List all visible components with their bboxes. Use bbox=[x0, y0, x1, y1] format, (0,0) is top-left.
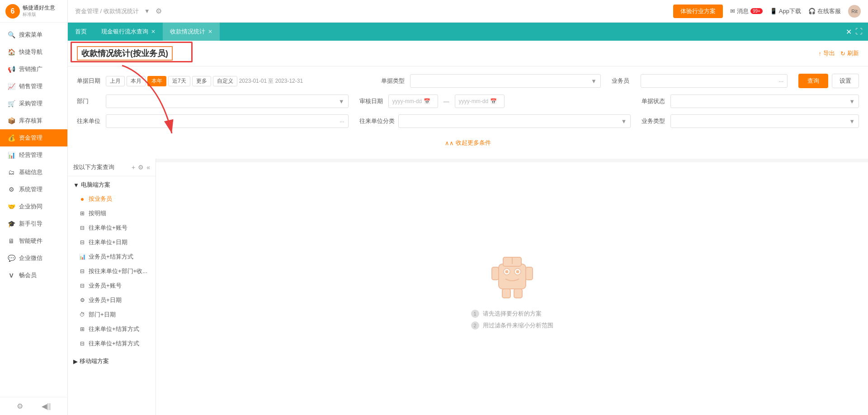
sidebar-label-search: 搜索菜单 bbox=[19, 31, 42, 39]
date-btn-this-year[interactable]: 本年 bbox=[147, 76, 166, 86]
dept-select-arrow: ▼ bbox=[339, 98, 344, 105]
query-button[interactable]: 查询 bbox=[798, 74, 828, 88]
scheme-item-partner-account[interactable]: ⊟ 往来单位+账号 bbox=[68, 221, 156, 235]
scheme-item-by-detail[interactable]: ⊞ 按明细 bbox=[68, 206, 156, 221]
scheme-item-partner-settle1[interactable]: ⊞ 往来单位+结算方式 bbox=[68, 322, 156, 336]
date-btn-7days[interactable]: 近7天 bbox=[168, 76, 190, 86]
refresh-button[interactable]: ↻ 刷新 bbox=[840, 49, 859, 57]
sidebar-item-operation[interactable]: 📊 经营管理 bbox=[0, 146, 67, 164]
filter-settings-button[interactable]: 设置 bbox=[832, 74, 859, 88]
tab-close-all-icon[interactable]: ✕ bbox=[846, 28, 852, 36]
audit-date-to[interactable]: yyyy-mm-dd 📅 bbox=[455, 94, 505, 108]
inventory-icon: 📦 bbox=[7, 117, 15, 125]
breadcrumb-dropdown-icon[interactable]: ▼ bbox=[144, 8, 150, 14]
partner-cat-select[interactable]: ▼ bbox=[398, 114, 631, 128]
tab-home[interactable]: 首页 bbox=[68, 23, 94, 41]
desktop-section-label: 电脑端方案 bbox=[81, 181, 110, 189]
sidebar-item-sales[interactable]: 📈 销售管理 bbox=[0, 78, 67, 95]
purchase-icon: 🛒 bbox=[7, 99, 15, 108]
dept-date-icon: ⏱ bbox=[79, 311, 86, 318]
scheme-settings-icon[interactable]: ⚙ bbox=[138, 164, 144, 171]
filter-salesman-item: 业务员 ··· bbox=[612, 74, 788, 88]
partner-account-label: 往来单位+账号 bbox=[89, 224, 127, 232]
message-button[interactable]: ✉ 消息 99+ bbox=[730, 7, 763, 15]
desktop-section-header[interactable]: ▼ 电脑端方案 bbox=[68, 178, 156, 192]
sidebar-item-member[interactable]: V 畅会员 bbox=[0, 267, 67, 284]
scheme-item-dept-date[interactable]: ⏱ 部门+日期 bbox=[68, 307, 156, 322]
partner-date-label: 往来单位+日期 bbox=[89, 238, 127, 246]
sidebar-item-inventory[interactable]: 📦 库存核算 bbox=[0, 112, 67, 129]
date-presets: 上月 本月 本年 近7天 更多 自定义 2023-01-01 至 2023-12… bbox=[106, 76, 303, 86]
left-panel: 按以下方案查询 + ⚙ « ▼ 电脑端方案 ● bbox=[68, 159, 156, 415]
dept-select[interactable]: ▼ bbox=[106, 94, 349, 108]
scheme-item-salesman-settle[interactable]: 📊 业务员+结算方式 bbox=[68, 250, 156, 264]
scheme-item-salesman-account[interactable]: ⊟ 业务员+账号 bbox=[68, 278, 156, 293]
user-avatar[interactable]: Rit bbox=[848, 5, 861, 18]
partner-select[interactable]: ··· bbox=[106, 114, 349, 128]
doc-status-select[interactable]: ▼ bbox=[670, 94, 859, 108]
scheme-item-salesman-date[interactable]: ⚙ 业务员+日期 bbox=[68, 293, 156, 307]
sidebar-item-wechat[interactable]: 💬 企业微信 bbox=[0, 250, 67, 267]
sidebar-item-system[interactable]: ⚙ 系统管理 bbox=[0, 181, 67, 198]
tab-expand-icon[interactable]: ⛶ bbox=[855, 28, 863, 36]
empty-tips: 1 请先选择要分析的方案 2 用过滤条件来缩小分析范围 bbox=[471, 310, 553, 330]
mobile-section-arrow: ▶ bbox=[73, 358, 78, 365]
svg-point-5 bbox=[505, 270, 508, 273]
partner-label: 往来单位 bbox=[77, 117, 102, 125]
sidebar-item-hardware[interactable]: 🖥 智能硬件 bbox=[0, 232, 67, 250]
scheme-item-partner-settle2[interactable]: ⊟ 往来单位+结算方式 bbox=[68, 336, 156, 351]
sidebar-item-base[interactable]: 🗂 基础信息 bbox=[0, 164, 67, 181]
logo-name: 畅捷通好生意 bbox=[23, 5, 55, 11]
sidebar-item-search[interactable]: 🔍 搜索菜单 bbox=[0, 26, 67, 43]
scheme-item-partner-date[interactable]: ⊟ 往来单位+日期 bbox=[68, 235, 156, 250]
left-panel-actions: + ⚙ « bbox=[132, 164, 150, 171]
base-icon: 🗂 bbox=[7, 168, 15, 176]
header-settings-icon[interactable]: ⚙ bbox=[156, 7, 162, 15]
collapse-button[interactable]: ∧∧ 收起更多条件 bbox=[77, 134, 859, 151]
date-btn-this-month[interactable]: 本月 bbox=[127, 76, 146, 86]
add-scheme-icon[interactable]: + bbox=[132, 164, 135, 171]
sidebar-label-operation: 经营管理 bbox=[19, 151, 42, 159]
footer-settings-icon[interactable]: ⚙ bbox=[17, 402, 23, 410]
category-select[interactable]: ▼ bbox=[410, 74, 601, 88]
salesman-select[interactable]: ··· bbox=[641, 74, 788, 88]
svg-rect-7 bbox=[492, 267, 499, 280]
scheme-collapse-icon[interactable]: « bbox=[146, 164, 150, 171]
scheme-item-by-salesman[interactable]: ● 按业务员 bbox=[68, 192, 156, 206]
date-btn-custom[interactable]: 自定义 bbox=[213, 76, 237, 86]
sidebar-item-guide[interactable]: 🎓 新手引导 bbox=[0, 215, 67, 232]
audit-date-from[interactable]: yyyy-mm-dd 📅 bbox=[388, 94, 438, 108]
filter-partner-cat-item: 往来单位分类 ▼ bbox=[359, 114, 631, 128]
filter-dept-item: 部门 ▼ bbox=[77, 94, 349, 108]
tab-collect-close[interactable]: ✕ bbox=[208, 28, 212, 35]
right-content: 1 请先选择要分析的方案 2 用过滤条件来缩小分析范围 bbox=[156, 159, 868, 415]
app-download-button[interactable]: 📱 App下载 bbox=[770, 7, 801, 15]
date-btn-more[interactable]: 更多 bbox=[192, 76, 211, 86]
sidebar-label-sales: 销售管理 bbox=[19, 82, 42, 90]
sidebar-item-quicknav[interactable]: 🏠 快捷导航 bbox=[0, 43, 67, 61]
download-icon: 📱 bbox=[770, 8, 777, 14]
trial-button[interactable]: 体验行业方案 bbox=[673, 5, 723, 18]
tab-bank[interactable]: 现金银行流水查询 ✕ bbox=[94, 23, 163, 41]
tab-collect[interactable]: 收款情况统计 ✕ bbox=[163, 23, 220, 41]
export-button[interactable]: ↑ 导出 bbox=[819, 49, 835, 57]
mobile-section-header[interactable]: ▶ 移动端方案 bbox=[68, 354, 156, 368]
scheme-item-partner-dept[interactable]: ⊟ 按往来单位+部门+收... bbox=[68, 264, 156, 278]
sidebar-item-marketing[interactable]: 📢 营销推广 bbox=[0, 61, 67, 78]
tab-bank-close[interactable]: ✕ bbox=[151, 28, 156, 35]
sidebar: 6 畅捷通好生意 标准版 🔍 搜索菜单 🏠 快捷导航 📢 营销推广 📈 销售管理 bbox=[0, 0, 68, 415]
biz-type-select[interactable]: ▼ bbox=[670, 114, 859, 128]
audit-date-to-icon: 📅 bbox=[490, 98, 497, 104]
main-content: 资金管理 / 收款情况统计 ▼ ⚙ 体验行业方案 ✉ 消息 99+ 📱 App下… bbox=[68, 0, 868, 415]
by-detail-icon: ⊞ bbox=[79, 210, 86, 217]
message-badge: 99+ bbox=[750, 8, 763, 14]
sidebar-label-purchase: 采购管理 bbox=[19, 99, 42, 108]
footer-collapse-icon[interactable]: ◀|| bbox=[42, 402, 51, 410]
sidebar-label-member: 畅会员 bbox=[19, 271, 37, 279]
sidebar-item-finance[interactable]: 💰 资金管理 bbox=[0, 129, 67, 146]
date-btn-last-month[interactable]: 上月 bbox=[106, 76, 125, 86]
service-icon: 🎧 bbox=[808, 8, 816, 14]
sidebar-item-purchase[interactable]: 🛒 采购管理 bbox=[0, 95, 67, 112]
online-service-button[interactable]: 🎧 在线客服 bbox=[808, 7, 841, 15]
sidebar-item-enterprise[interactable]: 🤝 企业协同 bbox=[0, 198, 67, 215]
